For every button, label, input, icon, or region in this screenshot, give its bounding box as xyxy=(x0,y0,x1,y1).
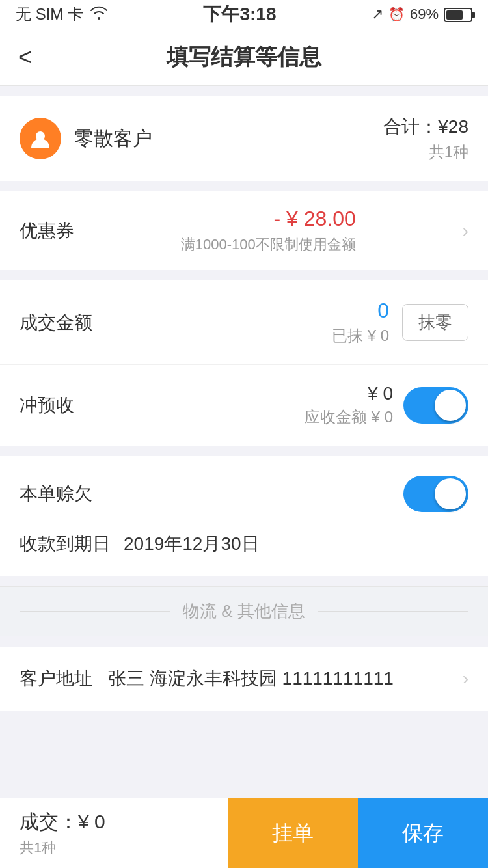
back-button[interactable]: < xyxy=(18,44,32,71)
prepay-label: 冲预收 xyxy=(20,393,74,418)
transaction-sub: 已抹 ¥ 0 xyxy=(332,325,389,346)
debt-toggle[interactable] xyxy=(403,476,468,512)
prepay-amount: ¥ 0 xyxy=(305,383,393,404)
customer-section: 零散客户 合计：¥28 共1种 xyxy=(0,96,488,181)
debt-section: 本单赊欠 收款到期日 2019年12月30日 xyxy=(0,456,488,576)
bottom-trans-amount: ¥ 0 xyxy=(78,811,105,832)
coupon-label: 优惠券 xyxy=(20,219,74,243)
save-button[interactable]: 保存 xyxy=(358,798,488,868)
coupon-row[interactable]: 优惠券 - ¥ 28.00 满1000-100不限制使用金额 › xyxy=(0,191,488,270)
nav-bar: < 填写结算等信息 xyxy=(0,29,488,86)
toggle-knob xyxy=(435,390,466,421)
bottom-transaction: 成交：¥ 0 xyxy=(20,809,208,835)
due-date-label: 收款到期日 xyxy=(20,532,111,556)
logistics-divider: 物流 & 其他信息 xyxy=(0,586,488,636)
coupon-desc: 满1000-100不限制使用金额 xyxy=(181,235,356,254)
status-right: ↗ ⏰ 69% xyxy=(372,5,472,23)
transaction-amount: 0 xyxy=(332,299,389,323)
customer-count: 共1种 xyxy=(383,142,468,163)
transaction-section: 成交金额 0 已抹 ¥ 0 抹零 冲预收 ¥ 0 应收金额 ¥ 0 xyxy=(0,280,488,446)
status-left: 无 SIM 卡 xyxy=(16,4,108,25)
bottom-info: 成交：¥ 0 共1种 xyxy=(0,798,228,868)
transaction-row: 成交金额 0 已抹 ¥ 0 抹零 xyxy=(0,280,488,364)
bottom-bar: 成交：¥ 0 共1种 挂单 保存 xyxy=(0,798,488,868)
page-title: 填写结算等信息 xyxy=(167,42,321,72)
address-section[interactable]: 客户地址 张三 海淀永丰科技园 11111111111 › xyxy=(0,647,488,711)
prepay-row: 冲预收 ¥ 0 应收金额 ¥ 0 xyxy=(0,364,488,446)
battery-icon xyxy=(444,5,472,23)
round-zero-button[interactable]: 抹零 xyxy=(402,304,468,341)
coupon-section[interactable]: 优惠券 - ¥ 28.00 满1000-100不限制使用金额 › xyxy=(0,191,488,270)
transaction-right: 0 已抹 ¥ 0 抹零 xyxy=(332,299,468,346)
prepay-sub: 应收金额 ¥ 0 xyxy=(305,407,393,427)
sim-label: 无 SIM 卡 xyxy=(16,4,83,25)
address-label: 客户地址 xyxy=(20,666,92,691)
debt-label: 本单赊欠 xyxy=(20,481,92,506)
customer-name: 零散客户 xyxy=(74,126,152,152)
prepay-toggle[interactable] xyxy=(403,387,468,424)
address-value: 张三 海淀永丰科技园 11111111111 xyxy=(108,666,463,691)
status-bar: 无 SIM 卡 下午3:18 ↗ ⏰ 69% xyxy=(0,0,488,29)
coupon-right: - ¥ 28.00 满1000-100不限制使用金额 xyxy=(181,207,356,254)
avatar xyxy=(20,118,61,159)
divider-line: 物流 & 其他信息 xyxy=(20,600,468,623)
prepay-value-col: ¥ 0 应收金额 ¥ 0 xyxy=(305,383,393,427)
due-date-value: 2019年12月30日 xyxy=(124,532,260,556)
chevron-right-icon: › xyxy=(463,221,468,241)
transaction-label: 成交金额 xyxy=(20,310,92,335)
alarm-icon: ⏰ xyxy=(388,7,405,22)
bottom-count: 共1种 xyxy=(20,838,208,858)
customer-summary: 合计：¥28 共1种 xyxy=(383,115,468,163)
prepay-right: ¥ 0 应收金额 ¥ 0 xyxy=(305,383,468,427)
customer-total: 合计：¥28 xyxy=(383,115,468,139)
logistics-label: 物流 & 其他信息 xyxy=(183,600,305,623)
customer-info: 零散客户 xyxy=(20,118,152,159)
coupon-amount: - ¥ 28.00 xyxy=(181,207,356,231)
hang-button[interactable]: 挂单 xyxy=(228,798,358,868)
transaction-value-col: 0 已抹 ¥ 0 xyxy=(332,299,389,346)
address-row[interactable]: 客户地址 张三 海淀永丰科技园 11111111111 › xyxy=(0,647,488,711)
customer-row: 零散客户 合计：¥28 共1种 xyxy=(0,96,488,181)
status-time: 下午3:18 xyxy=(203,2,276,27)
address-chevron-icon: › xyxy=(463,668,468,689)
location-icon: ↗ xyxy=(372,6,383,23)
debt-row: 本单赊欠 xyxy=(0,456,488,532)
due-date-row: 收款到期日 2019年12月30日 xyxy=(0,532,488,576)
debt-toggle-knob xyxy=(435,478,466,509)
bottom-trans-label: 成交： xyxy=(20,811,78,832)
battery-percent: 69% xyxy=(410,6,439,23)
wifi-icon xyxy=(90,5,108,23)
